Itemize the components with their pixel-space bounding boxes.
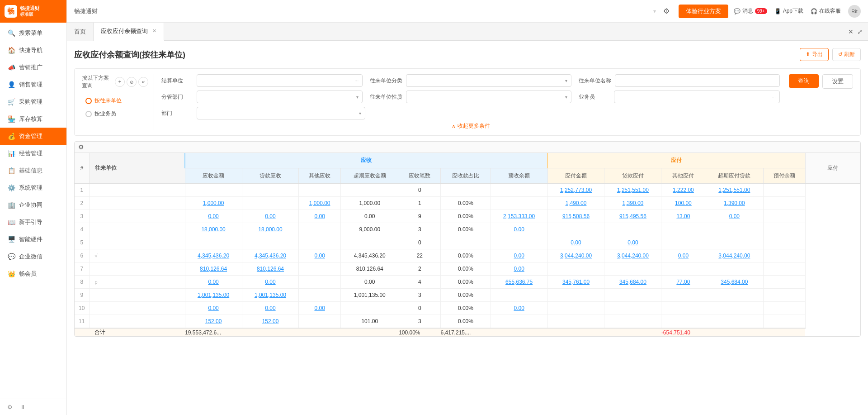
cell-link[interactable]: 3,044,240.00 [560,253,592,259]
data-cell[interactable] [547,223,604,236]
cell-link[interactable]: 1,251,551.00 [617,187,649,193]
query-btn[interactable]: 查询 [789,74,819,88]
sidebar-item-member[interactable]: 👑 畅会员 [0,265,66,282]
cell-link[interactable]: 0.00 [514,253,524,259]
sidebar-item-guide[interactable]: 📖 新手引导 [0,214,66,231]
cell-link[interactable]: 345,684.00 [619,279,646,285]
cell-link[interactable]: 0.00 [571,239,581,246]
salesperson-input[interactable]: ··· [614,91,780,103]
data-cell[interactable] [242,236,299,249]
data-cell[interactable]: 1,490.00 [547,197,604,210]
header-gear-icon[interactable]: ⚙ [663,7,670,15]
cell-link[interactable]: 0.00 [208,279,218,285]
cell-link[interactable]: 0.00 [208,305,218,311]
data-cell[interactable]: 810,126.64 [185,262,242,276]
search-option-by-partner[interactable]: 按往来单位 [82,94,148,107]
data-cell[interactable] [242,184,299,197]
cell-link[interactable]: 0.00 [514,305,524,311]
sidebar-item-finance[interactable]: 💰 资金管理 [0,128,66,145]
data-cell[interactable]: 100.00 [661,197,705,210]
data-cell[interactable]: 0.00 [242,302,299,315]
data-cell[interactable] [299,315,340,329]
cell-link[interactable]: 345,761.00 [562,279,590,285]
data-cell[interactable]: 0.00 [491,302,547,315]
data-cell[interactable] [705,289,764,302]
edit-scheme-btn[interactable]: ⊙ [127,77,137,87]
cell-link[interactable]: 0.00 [729,213,740,219]
cell-link[interactable]: 1,251,551.00 [718,187,750,193]
sidebar-item-marketing[interactable]: 📣 营销推广 [0,59,66,76]
data-cell[interactable]: 915,508.56 [547,210,604,223]
data-cell[interactable]: 1,251,551.00 [604,184,661,197]
cell-link[interactable]: 810,126.64 [200,266,227,272]
cell-link[interactable]: 1,490.00 [566,200,587,206]
cell-link[interactable]: 18,000.00 [258,226,282,233]
data-cell[interactable] [547,262,604,276]
cell-link[interactable]: 0.00 [678,253,689,259]
search-option-by-staff[interactable]: 按业务员 [82,107,148,120]
data-cell[interactable] [604,223,661,236]
sidebar-item-system[interactable]: ⚙️ 系统管理 [0,179,66,196]
cell-link[interactable]: 655,636.75 [505,279,533,285]
data-cell[interactable]: 18,000.00 [185,223,242,236]
data-cell[interactable]: 0.00 [299,210,340,223]
add-scheme-btn[interactable]: + [115,77,125,87]
sidebar-item-inventory[interactable]: 🏪 库存核算 [0,110,66,128]
data-cell[interactable] [299,262,340,276]
data-cell[interactable] [604,289,661,302]
data-cell[interactable] [604,315,661,329]
sidebar-item-hardware[interactable]: 🖥️ 智能硬件 [0,231,66,248]
data-cell[interactable]: 1,001,135.00 [185,289,242,302]
data-cell[interactable] [185,184,242,197]
data-cell[interactable] [547,315,604,329]
cell-link[interactable]: 0.00 [627,239,638,246]
settings-btn[interactable]: 设置 [822,74,853,89]
data-cell[interactable] [185,236,242,249]
data-cell[interactable] [705,262,764,276]
data-cell[interactable]: 4,345,436.20 [185,249,242,262]
data-cell[interactable]: 1,222.00 [661,184,705,197]
cell-link[interactable]: 0.00 [265,279,275,285]
export-btn[interactable]: ⬆ 导出 [800,48,828,61]
cell-link[interactable]: 0.00 [314,253,325,259]
data-cell[interactable] [661,302,705,315]
sidebar-item-basic-info[interactable]: 📋 基础信息 [0,162,66,179]
table-wrapper[interactable]: # 往来单位 应收 应付 应付 应收金额 贷款应收 其他应收 [75,153,860,336]
data-cell[interactable]: 0.00 [491,249,547,262]
data-cell[interactable]: 0.00 [185,276,242,289]
cell-link[interactable]: 152.00 [262,318,279,324]
cell-link[interactable]: 18,000.00 [201,226,225,233]
tab-home[interactable]: 首页 [67,23,94,41]
data-cell[interactable]: 0.00 [661,249,705,262]
cell-link[interactable]: 0.00 [208,213,218,219]
data-cell[interactable]: 345,684.00 [705,276,764,289]
refresh-btn[interactable]: ↺ 刷新 [832,48,861,61]
cell-link[interactable]: 1,222.00 [673,187,694,193]
data-cell[interactable] [604,302,661,315]
cell-link[interactable]: 0.00 [265,213,275,219]
data-cell[interactable]: 1,390.00 [604,197,661,210]
data-cell[interactable] [299,289,340,302]
data-cell[interactable] [547,289,604,302]
data-cell[interactable]: 0.00 [604,236,661,249]
data-cell[interactable]: 915,495.56 [604,210,661,223]
sidebar-item-quick-nav[interactable]: 🏠 快捷导航 [0,42,66,59]
cell-link[interactable]: 152.00 [205,318,222,324]
tab-receivable[interactable]: 应收应付余额查询 ✕ [94,23,164,41]
sidebar-collapse-btn[interactable]: ⏸ [20,404,26,410]
data-cell[interactable]: 77.00 [661,276,705,289]
table-settings-icon[interactable]: ⚙ [78,143,84,151]
division-input[interactable]: ▾ [197,91,363,103]
data-cell[interactable] [661,236,705,249]
data-cell[interactable]: 1,000.00 [299,197,340,210]
sidebar-settings-btn[interactable]: ⚙ [7,404,13,410]
data-cell[interactable]: 3,044,240.00 [604,249,661,262]
cell-link[interactable]: 810,126.64 [257,266,284,272]
data-cell[interactable]: 655,636.75 [491,276,547,289]
data-cell[interactable]: 0.00 [299,249,340,262]
data-cell[interactable] [299,236,340,249]
data-cell[interactable] [661,289,705,302]
data-cell[interactable] [299,223,340,236]
data-cell[interactable] [242,197,299,210]
data-cell[interactable] [661,223,705,236]
